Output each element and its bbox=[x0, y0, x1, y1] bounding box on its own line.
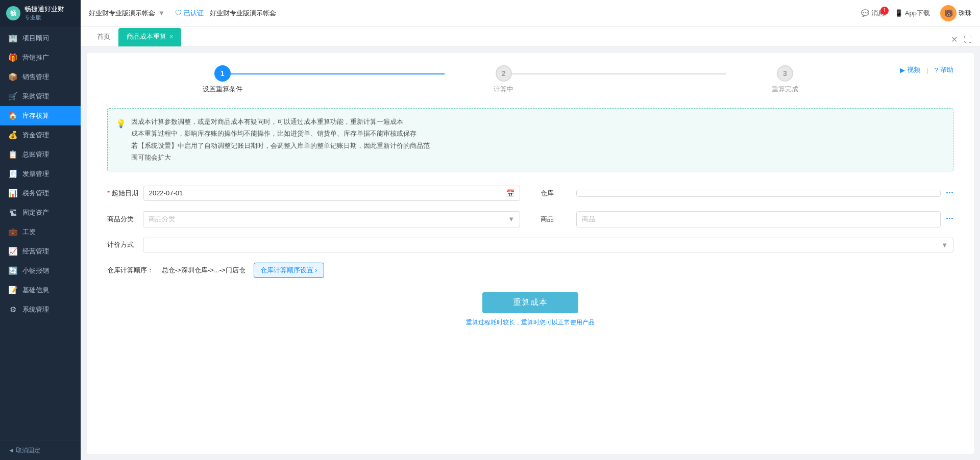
step-1: 1 设置重算条件 bbox=[107, 65, 337, 94]
calendar-icon: 📅 bbox=[506, 189, 514, 197]
step2-label: 计算中 bbox=[494, 85, 513, 94]
basic-icon: 📝 bbox=[8, 286, 17, 295]
message-button[interactable]: 💬 消息 1 bbox=[861, 9, 885, 18]
inventory-icon: 🏠 bbox=[8, 111, 17, 120]
product-field: 商品 商品 ··· bbox=[541, 211, 953, 227]
purchase-icon: 🛒 bbox=[8, 92, 17, 101]
tab-recalculate[interactable]: 商品成本重算 × bbox=[118, 28, 181, 46]
app-download-button[interactable]: 📱 App下载 bbox=[895, 9, 930, 18]
sidebar-item-tax[interactable]: 📊 税务管理 bbox=[0, 184, 81, 203]
content-area: 1 设置重算条件 2 计算中 3 重算完成 ▶ bbox=[87, 53, 974, 454]
price-method-field: 计价方式 ▼ bbox=[107, 238, 953, 252]
warehouse-input[interactable] bbox=[576, 190, 941, 197]
step3-label: 重算完成 bbox=[772, 85, 798, 94]
finance-icon: 💰 bbox=[8, 131, 17, 140]
mobile-icon: 📱 bbox=[895, 9, 903, 17]
recalculate-button[interactable]: 重算成本 bbox=[482, 292, 578, 313]
account-name: 好业财专业版演示帐套 bbox=[89, 9, 155, 18]
warehouse-more-button[interactable]: ··· bbox=[946, 188, 953, 198]
form-row-3: 计价方式 ▼ bbox=[107, 238, 953, 252]
sidebar-header: 畅 畅捷通好业财 专业版 bbox=[0, 0, 81, 27]
sidebar-item-expense[interactable]: 🔄 小畅报销 bbox=[0, 261, 81, 280]
sidebar-item-marketing[interactable]: 🎁 营销推广 bbox=[0, 48, 81, 67]
project-icon: 🏢 bbox=[8, 34, 17, 43]
payroll-icon: 💼 bbox=[8, 227, 17, 237]
sidebar-item-ops[interactable]: 📈 经营管理 bbox=[0, 242, 81, 261]
system-icon: ⚙ bbox=[8, 305, 17, 314]
sidebar-item-assets[interactable]: 🏗 固定资产 bbox=[0, 203, 81, 222]
sidebar-title: 畅捷通好业财 bbox=[24, 5, 64, 14]
topbar: 好业财专业版演示帐套 ▼ 🛡 已认证 好业财专业版演示帐套 💬 消息 1 📱 A… bbox=[81, 0, 980, 27]
ops-icon: 📈 bbox=[8, 247, 17, 256]
product-label: 商品 bbox=[541, 215, 571, 224]
warehouse-label: 仓库 bbox=[541, 189, 571, 198]
category-label: 商品分类 bbox=[107, 215, 138, 224]
topbar-verified: 🛡 已认证 bbox=[175, 9, 204, 18]
user-avatar-button[interactable]: 🐻 珠珠 bbox=[940, 5, 972, 21]
message-icon: 💬 bbox=[861, 9, 869, 17]
sidebar-item-project[interactable]: 🏢 项目顾问 bbox=[0, 29, 81, 48]
sidebar-item-payroll[interactable]: 💼 工资 bbox=[0, 222, 81, 242]
tab-close-icon[interactable]: × bbox=[169, 33, 173, 40]
sidebar-item-system[interactable]: ⚙ 系统管理 bbox=[0, 300, 81, 319]
sidebar-edition: 专业版 bbox=[24, 14, 64, 21]
sidebar-item-ledger[interactable]: 📋 总账管理 bbox=[0, 145, 81, 164]
topbar-company: 好业财专业版演示帐套 bbox=[210, 9, 276, 18]
tab-controls: ✕ ⛶ bbox=[951, 35, 972, 46]
topbar-right: 💬 消息 1 📱 App下载 🐻 珠珠 bbox=[861, 5, 972, 21]
sidebar-item-invoice[interactable]: 🧾 发票管理 bbox=[0, 164, 81, 184]
message-badge: 1 bbox=[880, 7, 889, 15]
sidebar-item-purchase[interactable]: 🛒 采购管理 bbox=[0, 87, 81, 106]
info-content: 因成本计算参数调整，或是对商品成本有疑问时，可以通过成本重算功能，重新计算一遍成… bbox=[131, 116, 430, 164]
recalc-hint: 重算过程耗时较长，重算时您可以正常使用产品 bbox=[466, 318, 595, 327]
warehouse-order-settings-button[interactable]: 仓库计算顺序设置 › bbox=[254, 263, 324, 278]
sidebar-item-finance[interactable]: 💰 资金管理 bbox=[0, 125, 81, 145]
sidebar-unpin-button[interactable]: ◄ 取消固定 bbox=[0, 441, 81, 460]
sidebar-nav: 🏢 项目顾问 🎁 营销推广 📦 销售管理 🛒 采购管理 🏠 库存核算 💰 资金管… bbox=[0, 27, 81, 441]
product-input[interactable]: 商品 bbox=[576, 211, 941, 227]
tab-home[interactable]: 首页 bbox=[89, 28, 118, 46]
username: 珠珠 bbox=[959, 9, 972, 18]
step2-circle: 2 bbox=[496, 65, 512, 82]
avatar: 🐻 bbox=[940, 5, 957, 21]
product-more-button[interactable]: ··· bbox=[946, 214, 953, 224]
warehouse-field: 仓库 ··· bbox=[541, 188, 953, 198]
expense-icon: 🔄 bbox=[8, 266, 17, 275]
dropdown-icon[interactable]: ▼ bbox=[158, 9, 165, 17]
marketing-icon: 🎁 bbox=[8, 53, 17, 62]
steps-bar: 1 设置重算条件 2 计算中 3 重算完成 ▶ bbox=[107, 65, 953, 94]
main-area: 好业财专业版演示帐套 ▼ 🛡 已认证 好业财专业版演示帐套 💬 消息 1 📱 A… bbox=[81, 0, 980, 460]
tabs-bar: 首页 商品成本重算 × ✕ ⛶ bbox=[81, 27, 980, 47]
sidebar-logo: 畅 bbox=[6, 6, 20, 20]
select-arrow-icon: ▼ bbox=[508, 215, 514, 223]
tax-icon: 📊 bbox=[8, 189, 17, 198]
step-2: 2 计算中 bbox=[388, 65, 619, 94]
warehouse-order-label: 仓库计算顺序： bbox=[107, 266, 154, 275]
warehouse-order-value: 总仓->深圳仓库->...->门店仓 bbox=[162, 266, 246, 275]
close-button[interactable]: ✕ bbox=[951, 35, 958, 44]
step1-label: 设置重算条件 bbox=[203, 85, 242, 94]
step1-circle: 1 bbox=[214, 65, 231, 82]
sidebar: 畅 畅捷通好业财 专业版 🏢 项目顾问 🎁 营销推广 📦 销售管理 🛒 采购管理… bbox=[0, 0, 81, 460]
video-link[interactable]: ▶ 视频 bbox=[900, 65, 920, 74]
select-arrow2-icon: ▼ bbox=[941, 241, 948, 249]
help-link[interactable]: ? 帮助 bbox=[935, 65, 953, 74]
info-box: 💡 因成本计算参数调整，或是对商品成本有疑问时，可以通过成本重算功能，重新计算一… bbox=[107, 108, 953, 171]
price-method-label: 计价方式 bbox=[107, 240, 138, 249]
expand-button[interactable]: ⛶ bbox=[964, 35, 972, 44]
help-icon: ? bbox=[935, 66, 938, 74]
assets-icon: 🏗 bbox=[8, 209, 17, 217]
start-date-field: 起始日期 2022-07-01 📅 bbox=[107, 186, 520, 201]
price-method-select[interactable]: ▼ bbox=[143, 238, 953, 252]
sidebar-item-inventory[interactable]: 🏠 库存核算 bbox=[0, 106, 81, 125]
step-help: ▶ 视频 | ? 帮助 bbox=[900, 65, 953, 74]
step-3: 3 重算完成 bbox=[670, 65, 900, 94]
topbar-account: 好业财专业版演示帐套 ▼ bbox=[89, 9, 165, 18]
sidebar-item-sales[interactable]: 📦 销售管理 bbox=[0, 67, 81, 87]
video-icon: ▶ bbox=[900, 66, 905, 74]
category-field: 商品分类 商品分类 ▼ bbox=[107, 211, 520, 227]
start-date-input[interactable]: 2022-07-01 📅 bbox=[143, 186, 520, 201]
category-select[interactable]: 商品分类 ▼ bbox=[143, 211, 520, 227]
sidebar-item-basic[interactable]: 📝 基础信息 bbox=[0, 280, 81, 300]
ledger-icon: 📋 bbox=[8, 150, 17, 159]
